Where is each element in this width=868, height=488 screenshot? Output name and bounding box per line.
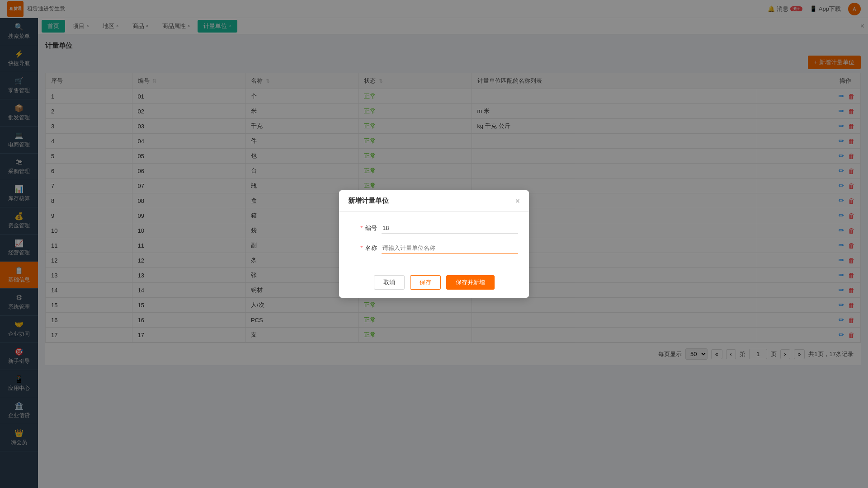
modal: 新增计量单位 × * 编号 * 名称 取消 保存 保存并新增 <box>339 190 529 298</box>
form-row-code: * 编号 <box>350 223 518 234</box>
save-and-new-button[interactable]: 保存并新增 <box>446 275 495 290</box>
modal-header: 新增计量单位 × <box>339 190 529 212</box>
code-label: * 编号 <box>350 224 377 232</box>
modal-title: 新增计量单位 <box>348 197 389 205</box>
save-button[interactable]: 保存 <box>410 275 441 290</box>
code-input[interactable] <box>382 223 518 234</box>
modal-overlay: 新增计量单位 × * 编号 * 名称 取消 保存 保存并新增 <box>0 0 868 488</box>
cancel-button[interactable]: 取消 <box>374 275 405 290</box>
modal-close-button[interactable]: × <box>515 197 520 205</box>
modal-footer: 取消 保存 保存并新增 <box>339 270 529 298</box>
form-row-name: * 名称 <box>350 243 518 253</box>
name-input[interactable] <box>382 243 518 253</box>
modal-body: * 编号 * 名称 <box>339 212 529 270</box>
name-label: * 名称 <box>350 244 377 252</box>
